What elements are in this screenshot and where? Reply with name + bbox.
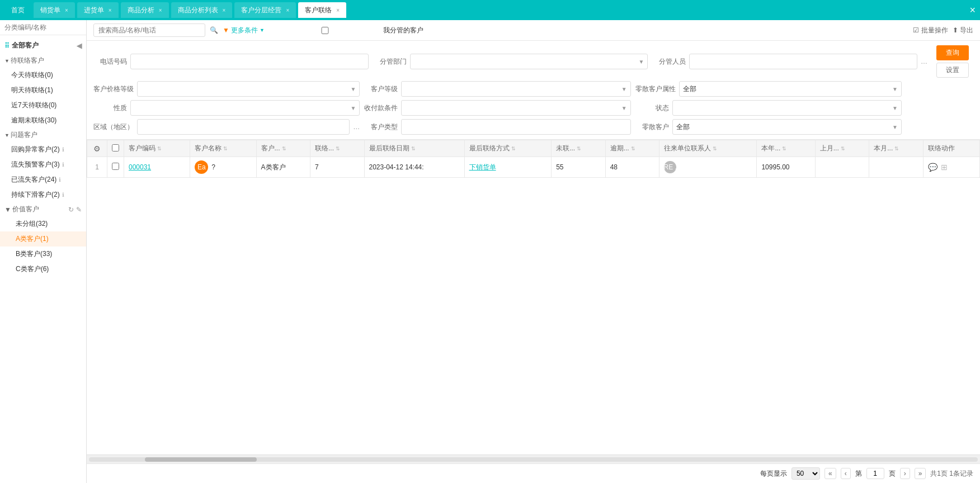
search-input[interactable] bbox=[93, 23, 205, 37]
sidebar-item-declining[interactable]: 持续下滑客户(2) ℹ bbox=[0, 187, 86, 202]
status-select[interactable]: ▼ bbox=[672, 100, 902, 116]
phone-input[interactable] bbox=[130, 54, 369, 69]
customer-level-select[interactable]: ▼ bbox=[401, 81, 630, 97]
close-icon[interactable]: × bbox=[286, 7, 289, 13]
nature-select[interactable]: ▼ bbox=[130, 100, 360, 116]
sort-icon[interactable]: ⇅ bbox=[841, 146, 845, 151]
sort-icon[interactable]: ⇅ bbox=[223, 146, 228, 151]
sort-icon[interactable]: ⇅ bbox=[631, 146, 635, 151]
settings-column-header[interactable]: ⚙ bbox=[87, 140, 107, 157]
sidebar-group-wait-contact[interactable]: ▼ 待联络客户 bbox=[0, 54, 86, 68]
tab-customer-contact[interactable]: 客户联络 × bbox=[298, 2, 346, 18]
manager-input[interactable] bbox=[689, 54, 917, 69]
tab-sales[interactable]: 销货单 × bbox=[34, 2, 75, 18]
filter-icon: ▼ bbox=[223, 26, 229, 34]
contact-method-link[interactable]: 下销货单 bbox=[469, 163, 496, 171]
sidebar-item-ungrouped[interactable]: 未分组(32) bbox=[0, 216, 86, 231]
retail-select[interactable]: 全部 ▼ bbox=[672, 119, 902, 135]
filter-search-icon[interactable]: 🔍 bbox=[210, 26, 218, 34]
window-close-button[interactable]: × bbox=[969, 4, 976, 16]
sidebar-all-customers-header[interactable]: ⠿ 全部客户 ◀ bbox=[0, 37, 86, 54]
export-button[interactable]: ⬆ 导出 bbox=[953, 26, 973, 35]
sort-icon[interactable]: ⇅ bbox=[782, 146, 786, 151]
sidebar-item-churned[interactable]: 已流失客户(24) ℹ bbox=[0, 172, 86, 187]
sidebar-item-7days-contact[interactable]: 近7天待联络(0) bbox=[0, 98, 86, 113]
scroll-thumb[interactable] bbox=[145, 457, 257, 462]
row-checkbox[interactable] bbox=[112, 163, 119, 170]
col-unit-contact: 往来单位联系人 ⇅ bbox=[659, 140, 757, 157]
query-button[interactable]: 查询 bbox=[936, 45, 969, 60]
sort-icon[interactable]: ⇅ bbox=[282, 146, 286, 151]
sidebar-item-c-class[interactable]: C类客户(6) bbox=[0, 262, 86, 277]
collapse-icon[interactable]: ◀ bbox=[77, 42, 82, 50]
tab-customer-segment[interactable]: 客户分层经营 × bbox=[234, 2, 296, 18]
horizontal-scrollbar[interactable] bbox=[87, 454, 980, 463]
filter-cell-scattered-attr: 零散客户属性 全部 ▼ bbox=[635, 81, 902, 97]
qr-icon[interactable]: ⊞ bbox=[941, 163, 948, 172]
phone-label: 电话号码 bbox=[93, 57, 127, 67]
last-page-button[interactable]: » bbox=[915, 468, 926, 479]
sort-icon[interactable]: ⇅ bbox=[713, 146, 717, 151]
edit-icon[interactable]: ✎ bbox=[76, 206, 82, 214]
sidebar-item-overdue-contact[interactable]: 逾期未联络(30) bbox=[0, 113, 86, 128]
sidebar-group-value-customers[interactable]: ▼ 价值客户 ↻ ✎ bbox=[0, 202, 86, 216]
sidebar-item-a-class[interactable]: A类客户(1) bbox=[0, 231, 86, 247]
payment-select[interactable]: ▼ bbox=[401, 100, 630, 116]
my-customers-checkbox[interactable] bbox=[269, 27, 381, 34]
customer-type-input[interactable] bbox=[401, 119, 630, 135]
price-level-select[interactable]: ▼ bbox=[137, 81, 360, 97]
tab-product-list[interactable]: 商品分析列表 × bbox=[171, 2, 233, 18]
customer-code-link[interactable]: 000031 bbox=[129, 163, 151, 171]
refresh-icon[interactable]: ↻ bbox=[68, 206, 74, 214]
close-icon[interactable]: × bbox=[336, 7, 340, 13]
sort-icon[interactable]: ⇅ bbox=[511, 146, 516, 151]
close-icon[interactable]: × bbox=[109, 7, 112, 13]
department-select[interactable]: ▼ bbox=[410, 54, 648, 69]
cell-last-contact-date: 2023-04-12 14:44: bbox=[364, 157, 464, 178]
close-icon[interactable]: × bbox=[159, 7, 162, 13]
per-page-select[interactable]: 50 20 100 bbox=[791, 467, 820, 480]
sort-icon[interactable]: ⇅ bbox=[411, 146, 416, 151]
page-label: 第 bbox=[855, 469, 862, 479]
sort-icon[interactable]: ⇅ bbox=[336, 146, 340, 151]
sort-icon[interactable]: ⇅ bbox=[157, 146, 162, 151]
sort-icon[interactable]: ⇅ bbox=[577, 146, 581, 151]
more-icon[interactable]: … bbox=[353, 123, 360, 131]
info-icon: ℹ bbox=[62, 162, 64, 168]
region-input[interactable] bbox=[137, 119, 350, 135]
sidebar-group-problem-customers[interactable]: ▼ 问题客户 bbox=[0, 128, 86, 142]
select-all-checkbox[interactable] bbox=[112, 144, 119, 151]
action-buttons: 查询 设置 bbox=[932, 45, 973, 78]
more-icon[interactable]: … bbox=[921, 58, 927, 65]
gear-icon[interactable]: ⚙ bbox=[93, 144, 101, 153]
chat-icon[interactable]: 💬 bbox=[928, 163, 937, 172]
sort-icon[interactable]: ⇅ bbox=[894, 146, 899, 151]
row-checkbox-cell bbox=[107, 157, 124, 178]
next-page-button[interactable]: › bbox=[900, 468, 910, 479]
settings-button[interactable]: 设置 bbox=[936, 63, 969, 78]
my-customers-filter[interactable]: 我分管的客户 bbox=[269, 26, 423, 35]
dots-icon: ⠿ bbox=[4, 42, 10, 50]
sidebar-item-today-contact[interactable]: 今天待联络(0) bbox=[0, 68, 86, 83]
close-icon[interactable]: × bbox=[223, 7, 226, 13]
tab-home[interactable]: 首页 bbox=[4, 2, 31, 18]
close-icon[interactable]: × bbox=[65, 7, 68, 13]
sidebar-item-b-class[interactable]: B类客户(33) bbox=[0, 247, 86, 262]
cell-customer-level: A类客户 bbox=[256, 157, 310, 178]
arrow-down-icon: ▼ bbox=[4, 132, 10, 138]
tab-purchase[interactable]: 进货单 × bbox=[77, 2, 119, 18]
scattered-attr-select[interactable]: 全部 ▼ bbox=[679, 81, 902, 97]
sidebar-item-abnormal-repurchase[interactable]: 回购异常客户(2) ℹ bbox=[0, 142, 86, 157]
sidebar-item-tomorrow-contact[interactable]: 明天待联络(1) bbox=[0, 83, 86, 98]
cell-customer-name: Ea ? bbox=[190, 157, 256, 178]
tab-product-analysis[interactable]: 商品分析 × bbox=[121, 2, 169, 18]
sidebar-search-input[interactable] bbox=[4, 23, 87, 31]
sidebar-item-churn-warning[interactable]: 流失预警客户(3) ℹ bbox=[0, 157, 86, 172]
filter-cell-department: 分管部门 ▼ bbox=[373, 54, 648, 69]
batch-operation-button[interactable]: ☑ 批量操作 bbox=[913, 26, 948, 35]
page-number-input[interactable] bbox=[866, 468, 884, 479]
more-conditions-button[interactable]: ▼ 更多条件 ▼ bbox=[223, 26, 265, 35]
first-page-button[interactable]: « bbox=[824, 468, 836, 479]
unit-contact-avatar: RE . bbox=[664, 161, 676, 173]
prev-page-button[interactable]: ‹ bbox=[841, 468, 851, 479]
